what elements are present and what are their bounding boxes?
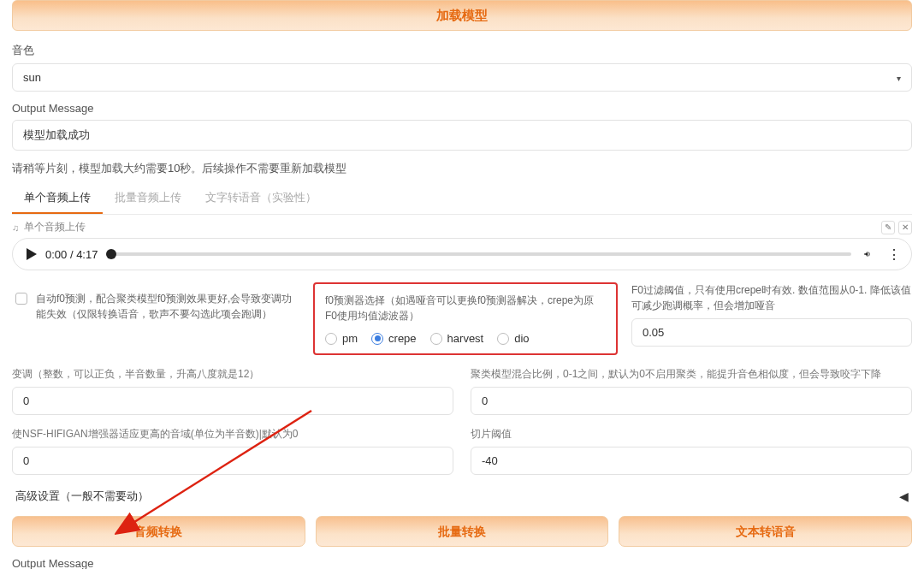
auto-f0-panel: 自动f0预测，配合聚类模型f0预测效果更好,会导致变调功能失效（仅限转换语音，歌… bbox=[12, 282, 299, 355]
nsf-label: 使NSF-HIFIGAN增强器适应更高的音域(单位为半音数)|默认为0 bbox=[12, 427, 453, 442]
tab-batch-upload[interactable]: 批量音频上传 bbox=[103, 181, 193, 214]
tab-tts-experimental[interactable]: 文字转语音（实验性） bbox=[193, 181, 329, 214]
radio-dio-label: dio bbox=[514, 332, 529, 345]
pitch-label: 变调（整数，可以正负，半音数量，升高八度就是12） bbox=[12, 367, 453, 382]
radio-harvest-label: harvest bbox=[447, 332, 484, 345]
voice-label: 音色 bbox=[12, 43, 912, 58]
loading-help-text: 请稍等片刻，模型加载大约需要10秒。后续操作不需要重新加载模型 bbox=[12, 161, 912, 176]
nsf-input[interactable]: 0 bbox=[12, 447, 453, 475]
f0-threshold-label: F0过滤阈值，只有使用crepe时有效. 数值范围从0-1. 降低该值可减少跑调… bbox=[631, 282, 912, 313]
upload-title: 单个音频上传 bbox=[24, 220, 86, 234]
slice-label: 切片阈值 bbox=[471, 427, 912, 442]
advanced-label: 高级设置（一般不需要动） bbox=[15, 489, 149, 504]
cluster-label: 聚类模型混合比例，0-1之间，默认为0不启用聚类，能提升音色相似度，但会导致咬字… bbox=[471, 367, 912, 382]
f0-predictor-panel: f0预测器选择（如遇哑音可以更换f0预测器解决，crepe为原F0使用均值滤波器… bbox=[313, 282, 618, 355]
output-message-value: 模型加载成功 bbox=[23, 128, 90, 141]
output-message-2-label: Output Message bbox=[12, 557, 912, 569]
music-note-icon: ♫ bbox=[12, 222, 19, 233]
load-model-button[interactable]: 加载模型 bbox=[12, 0, 912, 31]
volume-icon[interactable] bbox=[860, 246, 875, 262]
radio-pm-label: pm bbox=[342, 332, 358, 345]
f0-threshold-input[interactable]: 0.05 bbox=[631, 318, 912, 347]
batch-convert-button[interactable]: 批量转换 bbox=[316, 516, 609, 547]
radio-dio[interactable]: dio bbox=[497, 332, 529, 345]
close-icon[interactable]: ✕ bbox=[898, 221, 912, 234]
edit-icon[interactable]: ✎ bbox=[881, 221, 895, 234]
cluster-input[interactable]: 0 bbox=[471, 387, 912, 415]
f0-threshold-panel: F0过滤阈值，只有使用crepe时有效. 数值范围从0-1. 降低该值可减少跑调… bbox=[631, 282, 912, 355]
radio-crepe[interactable]: crepe bbox=[371, 332, 417, 345]
audio-player: 0:00 / 4:17 ⋮ bbox=[12, 238, 912, 270]
play-icon[interactable] bbox=[27, 248, 37, 260]
tab-single-upload[interactable]: 单个音频上传 bbox=[12, 181, 103, 214]
voice-value: sun bbox=[23, 71, 41, 84]
auto-f0-label: 自动f0预测，配合聚类模型f0预测效果更好,会导致变调功能失效（仅限转换语音，歌… bbox=[36, 291, 296, 322]
pitch-input[interactable]: 0 bbox=[12, 387, 453, 415]
auto-f0-checkbox[interactable] bbox=[15, 293, 27, 305]
voice-select[interactable]: sun ▾ bbox=[12, 63, 912, 92]
output-message-label: Output Message bbox=[12, 102, 912, 115]
slice-input[interactable]: -40 bbox=[471, 447, 912, 475]
upload-tabs: 单个音频上传 批量音频上传 文字转语音（实验性） bbox=[12, 181, 912, 215]
audio-time: 0:00 / 4:17 bbox=[45, 248, 98, 261]
caret-left-icon: ◀ bbox=[899, 489, 909, 503]
chevron-down-icon: ▾ bbox=[897, 73, 901, 82]
tts-button[interactable]: 文本转语音 bbox=[619, 516, 912, 547]
advanced-toggle[interactable]: 高级设置（一般不需要动） ◀ bbox=[12, 487, 912, 506]
audio-progress[interactable] bbox=[106, 252, 851, 256]
radio-pm[interactable]: pm bbox=[325, 332, 358, 345]
convert-button[interactable]: 音频转换 bbox=[12, 516, 305, 547]
output-message-field[interactable]: 模型加载成功 bbox=[12, 120, 912, 151]
radio-harvest[interactable]: harvest bbox=[430, 332, 484, 345]
more-icon[interactable]: ⋮ bbox=[884, 246, 904, 263]
f0-predictor-label: f0预测器选择（如遇哑音可以更换f0预测器解决，crepe为原F0使用均值滤波器… bbox=[325, 293, 606, 323]
radio-crepe-label: crepe bbox=[388, 332, 417, 345]
